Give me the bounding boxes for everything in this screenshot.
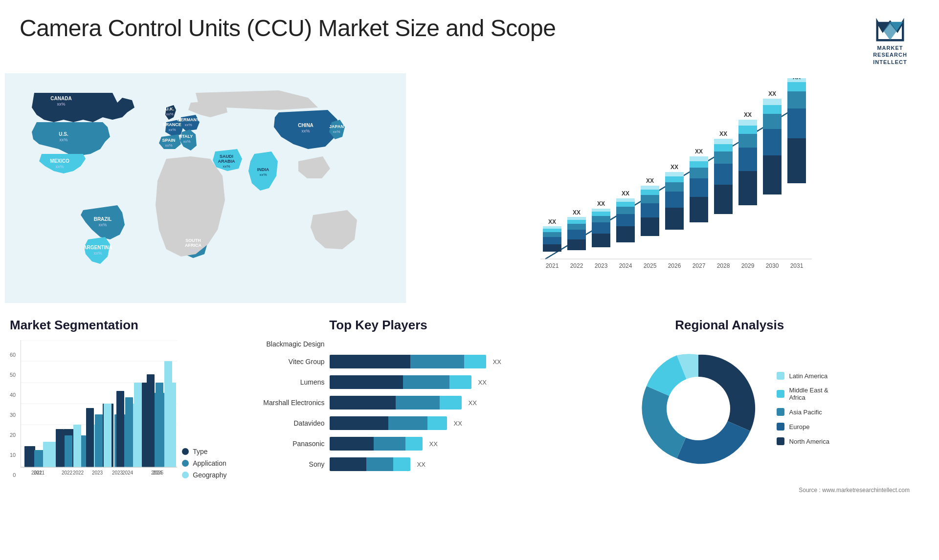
japan-value: xx% <box>333 129 340 134</box>
player-name-datavideo: Datavideo <box>246 419 325 427</box>
svg-text:2031: 2031 <box>790 262 804 269</box>
player-value-lumens: XX <box>478 379 487 386</box>
svg-rect-16 <box>567 220 586 224</box>
player-value-marshall: XX <box>469 399 477 407</box>
svg-rect-61 <box>763 155 782 194</box>
svg-rect-34 <box>641 190 659 195</box>
svg-point-131 <box>667 377 730 440</box>
svg-rect-10 <box>543 229 561 232</box>
logo-box: MARKET RESEARCH INTELLECT <box>861 15 919 68</box>
germany-label: GERMANY <box>177 117 200 122</box>
svg-rect-56 <box>738 148 757 171</box>
logo-text: MARKET RESEARCH INTELLECT <box>873 44 907 65</box>
svg-text:2024: 2024 <box>122 470 134 475</box>
svg-rect-126 <box>156 383 163 467</box>
regional-title: Regional Analysis <box>530 318 929 333</box>
svg-rect-121 <box>116 391 124 467</box>
player-row-sony: Sony XX <box>246 457 511 471</box>
svg-text:2021: 2021 <box>31 470 43 475</box>
players-section: Top Key Players Blackmagic Design Vitec … <box>242 313 515 542</box>
segmentation-chart-overlay: 2021 2022 2023 2024 <box>21 340 177 477</box>
bar-chart-section: XX XX XX XX <box>416 73 934 308</box>
player-value-sony: XX <box>417 461 425 468</box>
legend-apac-label: Asia Pacific <box>789 409 822 416</box>
svg-text:2028: 2028 <box>717 262 730 269</box>
legend-europe-color <box>777 423 784 431</box>
svg-text:XX: XX <box>793 78 801 81</box>
svg-rect-44 <box>690 178 708 197</box>
uk-value: xx% <box>166 112 173 116</box>
southafrica-label2: AFRICA <box>185 243 201 248</box>
saudi-label: SAUDI <box>220 154 233 159</box>
legend-mea: Middle East &Africa <box>777 387 829 401</box>
brazil-label: BRAZIL <box>94 216 112 222</box>
legend-type-label: Type <box>193 448 207 455</box>
player-row-blackmagic: Blackmagic Design <box>246 340 511 348</box>
svg-rect-25 <box>616 226 635 242</box>
player-name-lumens: Lumens <box>246 378 325 386</box>
svg-text:XX: XX <box>646 177 654 184</box>
player-row-panasonic: Panasonic XX <box>246 437 511 451</box>
player-value-panasonic: XX <box>429 440 438 448</box>
us-value: xx% <box>59 137 67 142</box>
mexico-value: xx% <box>55 164 64 169</box>
argentina-value: xx% <box>93 251 102 256</box>
svg-rect-111 <box>43 442 51 467</box>
svg-rect-7 <box>543 244 561 252</box>
legend-app-dot <box>182 460 189 467</box>
svg-rect-123 <box>134 383 142 467</box>
svg-rect-8 <box>543 237 561 244</box>
donut-chart <box>630 340 767 477</box>
svg-rect-31 <box>641 217 659 236</box>
svg-rect-14 <box>567 230 586 239</box>
svg-text:XX: XX <box>597 200 605 207</box>
legend-geo-label: Geography <box>193 471 226 479</box>
japan-label: JAPAN <box>329 124 344 129</box>
y-label-50: 50 <box>10 372 16 378</box>
svg-rect-37 <box>665 208 684 230</box>
player-row-vitec: Vitec Group XX <box>246 355 511 368</box>
saudi-label2: ARABIA <box>218 159 235 164</box>
player-bar-marshall: XX <box>330 396 511 409</box>
legend-na-label: North America <box>789 438 829 445</box>
svg-text:XX: XX <box>573 209 581 216</box>
player-bar-lumens: XX <box>330 375 511 389</box>
svg-rect-125 <box>147 374 155 467</box>
svg-text:XX: XX <box>695 148 703 155</box>
svg-text:2021: 2021 <box>546 262 559 269</box>
players-title: Top Key Players <box>246 318 511 333</box>
legend-app-label: Application <box>193 459 226 467</box>
svg-text:XX: XX <box>719 130 727 137</box>
legend-type-dot <box>182 448 189 455</box>
player-value-datavideo: XX <box>454 420 462 427</box>
page-title: Camera Control Units (CCU) Market Size a… <box>20 15 556 42</box>
svg-rect-55 <box>738 171 757 205</box>
svg-rect-27 <box>616 207 635 214</box>
svg-rect-69 <box>787 91 806 108</box>
southafrica-label: SOUTH <box>185 238 201 243</box>
svg-rect-40 <box>665 176 684 182</box>
svg-rect-43 <box>690 197 708 222</box>
svg-text:XX: XX <box>744 111 752 118</box>
svg-text:2026: 2026 <box>668 262 681 269</box>
svg-rect-53 <box>714 139 733 144</box>
player-bar-datavideo: XX <box>330 416 511 430</box>
svg-text:2022: 2022 <box>62 470 73 475</box>
svg-rect-46 <box>690 161 708 168</box>
segmentation-legend: Type Application Geography <box>182 448 226 479</box>
southafrica-value: xx% <box>189 248 197 253</box>
france-label: FRANCE <box>163 122 181 127</box>
svg-rect-21 <box>592 216 610 222</box>
svg-rect-28 <box>616 202 635 207</box>
us-label: U.S. <box>59 131 68 137</box>
svg-rect-119 <box>104 404 112 467</box>
canada-label: CANADA <box>50 96 71 101</box>
bottom-row: Market Segmentation 60 50 40 30 20 10 0 <box>0 308 939 542</box>
y-label-60: 60 <box>10 352 16 358</box>
svg-text:XX: XX <box>622 190 629 197</box>
svg-rect-115 <box>73 425 81 467</box>
player-bar-panasonic: XX <box>330 437 511 451</box>
svg-rect-117 <box>86 408 94 467</box>
legend-application: Application <box>182 459 226 467</box>
legend-apac-color <box>777 408 784 416</box>
